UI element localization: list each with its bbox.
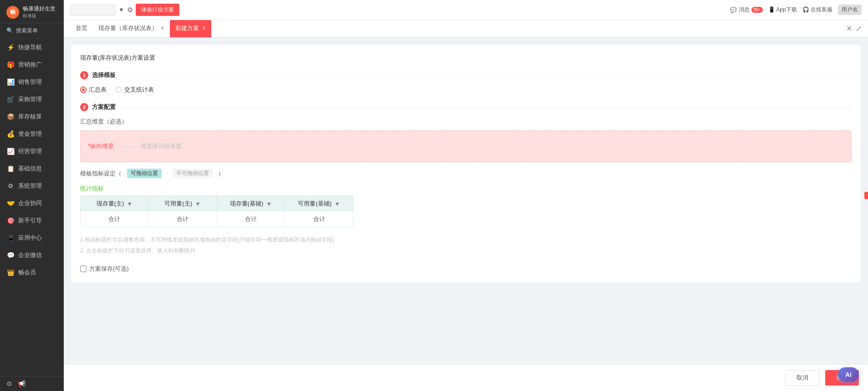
industry-btn[interactable]: 体验行业方案 bbox=[136, 4, 179, 16]
sidebar-item-purchase[interactable]: 🛒 采购管理 bbox=[0, 91, 64, 108]
stats-col-1-header[interactable]: 现存量(主) ▼ bbox=[81, 196, 149, 211]
sidebar-item-cooperation[interactable]: 🤝 企业协同 bbox=[0, 195, 64, 212]
step2-block: 2 方案配置 汇总维度（必选） *纵向维度 —— 请选择分组维度 模板指标设定（ bbox=[80, 103, 852, 256]
dimension-area[interactable]: *纵向维度 —— 请选择分组维度 bbox=[80, 130, 852, 162]
col-2-dropdown-icon[interactable]: ▼ bbox=[195, 201, 201, 207]
tip-2: 2. 点击标题栏下拉可设置排序、插入列和删除列 bbox=[80, 246, 852, 256]
save-checkbox[interactable] bbox=[80, 266, 87, 272]
online-service[interactable]: 🎧 在线客服 bbox=[802, 6, 832, 14]
topbar-dropdown-button[interactable]: ▼ bbox=[118, 6, 124, 13]
step1-header: 1 选择模板 bbox=[80, 71, 852, 79]
radio-cross-dot bbox=[116, 87, 122, 93]
sidebar-item-onboarding[interactable]: 🎯 新手引导 bbox=[0, 212, 64, 229]
col-3-dropdown-icon[interactable]: ▼ bbox=[266, 201, 272, 207]
stats-col-4-header[interactable]: 可用量(基辅) ▼ bbox=[285, 196, 353, 211]
tab-new-scheme-label: 新建方案 bbox=[175, 24, 199, 32]
app-logo-icon: 畅 bbox=[6, 6, 19, 19]
speaker-footer-icon[interactable]: 📢 bbox=[18, 380, 26, 387]
ai-bubble[interactable]: Ai bbox=[838, 367, 859, 382]
service-label: 在线客服 bbox=[811, 6, 832, 13]
sidebar-item-system[interactable]: ⚙ 系统管理 bbox=[0, 177, 64, 195]
stats-title: 统计指标 bbox=[80, 185, 852, 193]
cooperation-icon: 🤝 bbox=[6, 199, 15, 207]
app-logo-text: 畅康通好生意 标准版 bbox=[23, 5, 56, 19]
stats-col-2-header[interactable]: 可用量(主) ▼ bbox=[149, 196, 217, 211]
sidebar-search[interactable]: 🔍 搜索菜单 bbox=[0, 23, 64, 39]
sidebar-item-label: 营销推广 bbox=[18, 61, 42, 69]
topbar-messages[interactable]: 💬 消息 99+ bbox=[730, 6, 763, 14]
stats-col-2-body: 合计 bbox=[149, 211, 217, 227]
sidebar-item-quick-nav[interactable]: ⚡ 快捷导航 bbox=[0, 39, 64, 56]
finance-icon: 💰 bbox=[6, 130, 15, 138]
tips-block: 1.拖动标题栏可以调整布局，不可跨维度或指标区域拖动栏目字段(只能在同一维度或指… bbox=[80, 235, 852, 256]
dimension-config-label: 汇总维度（必选） bbox=[80, 118, 852, 126]
tab-new-scheme-close-icon[interactable]: ✕ bbox=[202, 25, 206, 31]
close-all-button[interactable]: ✕ bbox=[846, 24, 852, 33]
topbar-gear-icon[interactable]: ⚙ bbox=[127, 6, 133, 14]
topbar-right: 💬 消息 99+ 📱 App下载 🎧 在线客服 用户名 bbox=[730, 5, 862, 15]
tab-home-label: 首页 bbox=[76, 24, 87, 32]
sidebar-item-label: 畅会员 bbox=[18, 268, 36, 277]
user-avatar[interactable]: 用户名 bbox=[838, 5, 862, 15]
sidebar-item-label: 应用中心 bbox=[18, 234, 42, 242]
expand-button[interactable]: ⤢ bbox=[856, 24, 862, 33]
stats-col-1-label: 现存量(主) bbox=[97, 200, 124, 208]
step2-header: 2 方案配置 bbox=[80, 103, 852, 111]
indicator-settings-label: 模板指标设定（ bbox=[80, 170, 122, 178]
tab-inventory-close-icon[interactable]: ✕ bbox=[160, 25, 164, 31]
sidebar-item-sales[interactable]: 📊 销售管理 bbox=[0, 73, 64, 91]
right-edge-tab[interactable] bbox=[864, 192, 868, 199]
sidebar-item-app-center[interactable]: 📱 应用中心 bbox=[0, 229, 64, 247]
sidebar-item-basic-info[interactable]: 📋 基础信息 bbox=[0, 160, 64, 177]
quick-nav-icon: ⚡ bbox=[6, 43, 15, 51]
config-section: 汇总维度（必选） *纵向维度 —— 请选择分组维度 模板指标设定（ 可拖动位置 … bbox=[80, 118, 852, 256]
save-option: 方案保存(可选) bbox=[80, 265, 852, 273]
sidebar-item-inventory[interactable]: 📦 库存核算 bbox=[0, 108, 64, 125]
sidebar-item-wechat[interactable]: 💬 企业微信 bbox=[0, 247, 64, 264]
topbar-left: ▼ ⚙ 体验行业方案 bbox=[70, 4, 726, 16]
headset-icon: 🎧 bbox=[802, 6, 809, 13]
stats-col-4-sub: 合计 bbox=[313, 215, 325, 223]
app-download[interactable]: 📱 App下载 bbox=[768, 6, 797, 14]
dim-required-text: *纵向维度 bbox=[88, 142, 114, 150]
sidebar-item-finance[interactable]: 💰 资金管理 bbox=[0, 125, 64, 143]
tab-home[interactable]: 首页 bbox=[70, 20, 93, 37]
dim-separator: —— bbox=[121, 143, 133, 150]
sidebar-item-member[interactable]: 👑 畅会员 bbox=[0, 264, 64, 281]
step2-label: 方案配置 bbox=[92, 103, 116, 111]
sidebar-item-label: 企业微信 bbox=[18, 251, 42, 259]
main-area: ▼ ⚙ 体验行业方案 💬 消息 99+ 📱 App下载 🎧 在线客服 用户名 bbox=[64, 0, 868, 391]
topbar-search-input[interactable] bbox=[70, 5, 116, 15]
settings-footer-icon[interactable]: ⚙ bbox=[6, 380, 12, 387]
topbar: ▼ ⚙ 体验行业方案 💬 消息 99+ 📱 App下载 🎧 在线客服 用户名 bbox=[64, 0, 868, 20]
radio-summary[interactable]: 汇总表 bbox=[80, 86, 107, 94]
tab-new-scheme[interactable]: 新建方案 ✕ bbox=[170, 20, 211, 37]
stats-col-3-header[interactable]: 现存量(基辅) ▼ bbox=[217, 196, 286, 211]
indicator-settings-suffix: ） bbox=[218, 170, 224, 178]
col-1-dropdown-icon[interactable]: ▼ bbox=[127, 201, 133, 207]
stats-table: 现存量(主) ▼ 可用量(主) ▼ 现存量(基辅) ▼ bbox=[80, 196, 353, 227]
sidebar-item-label: 资金管理 bbox=[18, 130, 42, 138]
footer-bar: 取消 查询 bbox=[64, 364, 868, 391]
radio-cross[interactable]: 交叉统计表 bbox=[116, 86, 154, 94]
member-icon: 👑 bbox=[6, 268, 15, 277]
step1-divider bbox=[119, 75, 852, 76]
radio-summary-dot bbox=[80, 87, 87, 93]
indicator-draggable-badge: 可拖动位置 bbox=[127, 169, 162, 178]
marketing-icon: 🎁 bbox=[6, 61, 15, 69]
col-4-dropdown-icon[interactable]: ▼ bbox=[334, 201, 340, 207]
inventory-icon: 📦 bbox=[6, 113, 15, 121]
stats-col-2-sub: 合计 bbox=[177, 215, 189, 223]
content-area: 现存量(库存状况表)方案设置 1 选择模板 汇总表 交叉统计表 bbox=[64, 37, 868, 364]
app-center-icon: 📱 bbox=[6, 234, 15, 242]
onboarding-icon: 🎯 bbox=[6, 216, 15, 225]
tab-inventory-status[interactable]: 现存量（库存状况表） ✕ bbox=[93, 20, 170, 37]
sidebar: 畅 畅康通好生意 标准版 🔍 搜索菜单 ⚡ 快捷导航 🎁 营销推广 📊 销售管理… bbox=[0, 0, 64, 391]
purchase-icon: 🛒 bbox=[6, 95, 15, 103]
sidebar-item-operations[interactable]: 📈 经营管理 bbox=[0, 143, 64, 160]
cancel-button[interactable]: 取消 bbox=[785, 370, 820, 386]
sidebar-item-label: 企业协同 bbox=[18, 199, 42, 207]
radio-cross-label: 交叉统计表 bbox=[124, 86, 154, 94]
basic-info-icon: 📋 bbox=[6, 165, 15, 173]
sidebar-item-marketing[interactable]: 🎁 营销推广 bbox=[0, 56, 64, 73]
